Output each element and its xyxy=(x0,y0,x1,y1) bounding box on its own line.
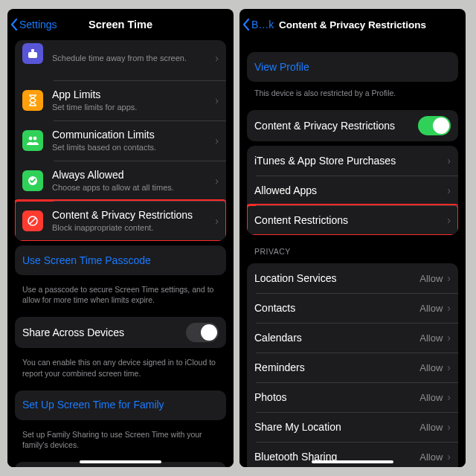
row-label: Reminders xyxy=(254,361,415,374)
chevron-right-icon: › xyxy=(447,361,451,373)
chevron-right-icon: › xyxy=(215,94,219,106)
row-value: Allow xyxy=(419,332,443,344)
row-label: Use Screen Time Passcode xyxy=(22,254,219,267)
downtime-icon xyxy=(22,43,43,64)
row-reminders[interactable]: Reminders Allow › xyxy=(247,353,458,382)
page-title: Screen Time xyxy=(7,19,234,30)
svg-rect-0 xyxy=(28,52,37,58)
row-label: Photos xyxy=(254,391,415,404)
row-location-services[interactable]: Location Services Allow › xyxy=(247,263,458,293)
row-sublabel: Schedule time away from the screen. xyxy=(52,54,210,63)
chevron-right-icon: › xyxy=(447,214,451,226)
row-label: iTunes & App Store Purchases xyxy=(254,155,443,167)
chevron-right-icon: › xyxy=(215,135,219,147)
row-label: Contacts xyxy=(254,302,415,315)
scroll-area[interactable]: Schedule time away from the screen. › Ap… xyxy=(7,39,234,467)
svg-point-2 xyxy=(29,137,33,141)
footnote-passcode: Use a passcode to secure Screen Time set… xyxy=(7,280,234,312)
row-label: Content Restrictions xyxy=(254,214,443,227)
row-content-restrictions[interactable]: Content Restrictions › xyxy=(247,205,458,235)
hourglass-icon xyxy=(22,90,43,111)
row-label: Calendars xyxy=(254,332,415,344)
row-label: Allowed Apps xyxy=(254,184,443,197)
row-sublabel: Set limits based on contacts. xyxy=(52,143,210,152)
row-downtime[interactable]: Schedule time away from the screen. › xyxy=(15,40,226,80)
row-value: Allow xyxy=(419,273,443,284)
row-label: Location Services xyxy=(254,272,415,285)
toggle-cpr[interactable] xyxy=(418,116,451,135)
row-label: View Profile xyxy=(254,61,451,74)
row-value: Allow xyxy=(419,422,443,433)
row-photos[interactable]: Photos Allow › xyxy=(247,382,458,412)
footnote-family: Set up Family Sharing to use Screen Time… xyxy=(7,425,234,457)
chevron-right-icon: › xyxy=(447,302,451,314)
row-itunes-purchases[interactable]: iTunes & App Store Purchases › xyxy=(247,146,458,176)
chevron-right-icon: › xyxy=(447,155,451,167)
checkmark-icon xyxy=(22,170,43,191)
row-setup-family[interactable]: Set Up Screen Time for Family xyxy=(15,390,226,420)
row-communication-limits[interactable]: Communication Limits Set limits based on… xyxy=(15,120,226,161)
chevron-right-icon: › xyxy=(215,175,219,187)
page-title: Content & Privacy Restrictions xyxy=(239,19,466,30)
row-app-limits[interactable]: App Limits Set time limits for apps. › xyxy=(15,80,226,120)
section-header-privacy: Privacy xyxy=(239,239,466,259)
row-sublabel: Choose apps to allow at all times. xyxy=(52,183,210,193)
row-label: Content & Privacy Restrictions xyxy=(52,209,210,222)
chevron-right-icon: › xyxy=(215,52,219,64)
row-share-across-devices[interactable]: Share Across Devices xyxy=(15,317,226,348)
row-share-my-location[interactable]: Share My Location Allow › xyxy=(247,412,458,442)
navbar: B…k Content & Privacy Restrictions xyxy=(239,9,466,39)
row-label: App Limits xyxy=(52,89,210,101)
chevron-right-icon: › xyxy=(447,451,451,463)
svg-point-3 xyxy=(33,137,37,141)
chevron-right-icon: › xyxy=(447,272,451,284)
content-privacy-screen: B…k Content & Privacy Restrictions View … xyxy=(239,9,466,467)
home-indicator[interactable] xyxy=(312,460,393,463)
row-label: Share Across Devices xyxy=(22,327,186,339)
row-sublabel: Set time limits for apps. xyxy=(52,103,210,112)
row-value: Allow xyxy=(419,362,443,373)
footnote-profile: This device is also restricted by a Prof… xyxy=(239,86,466,106)
footnote-share: You can enable this on any device signed… xyxy=(7,353,234,385)
row-always-allowed[interactable]: Always Allowed Choose apps to allow at a… xyxy=(15,161,226,201)
chevron-right-icon: › xyxy=(447,184,451,196)
screen-time-screen: Settings Screen Time Schedule time away … xyxy=(7,9,234,467)
svg-rect-1 xyxy=(31,49,34,52)
row-value: Allow xyxy=(419,451,443,463)
row-calendars[interactable]: Calendars Allow › xyxy=(247,323,458,353)
no-entry-icon xyxy=(22,210,43,231)
svg-line-6 xyxy=(30,218,36,224)
row-use-passcode[interactable]: Use Screen Time Passcode xyxy=(15,245,226,275)
chevron-right-icon: › xyxy=(215,215,219,227)
row-value: Allow xyxy=(419,303,443,314)
row-sublabel: Block inappropriate content. xyxy=(52,223,210,233)
row-allowed-apps[interactable]: Allowed Apps › xyxy=(247,176,458,205)
row-label: Content & Privacy Restrictions xyxy=(254,120,418,132)
chevron-right-icon: › xyxy=(447,332,451,344)
navbar: Settings Screen Time xyxy=(7,9,234,39)
row-view-profile[interactable]: View Profile xyxy=(247,52,458,82)
row-label: Communication Limits xyxy=(52,129,210,141)
row-label: Always Allowed xyxy=(52,169,210,181)
chevron-right-icon: › xyxy=(447,391,451,403)
row-label: Share My Location xyxy=(254,421,415,434)
scroll-area[interactable]: View Profile This device is also restric… xyxy=(239,39,466,467)
row-cpr-toggle[interactable]: Content & Privacy Restrictions xyxy=(247,110,458,141)
row-content-privacy-restrictions[interactable]: Content & Privacy Restrictions Block ina… xyxy=(15,201,226,241)
home-indicator[interactable] xyxy=(80,460,161,463)
toggle-share-across-devices[interactable] xyxy=(186,323,219,342)
row-label: Set Up Screen Time for Family xyxy=(22,399,219,411)
chevron-right-icon: › xyxy=(447,421,451,433)
row-contacts[interactable]: Contacts Allow › xyxy=(247,293,458,323)
row-value: Allow xyxy=(419,392,443,403)
people-icon xyxy=(22,130,43,151)
